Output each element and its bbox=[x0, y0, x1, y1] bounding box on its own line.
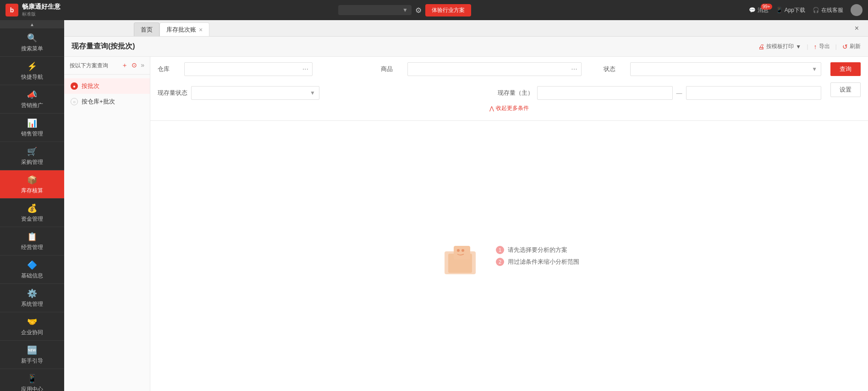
management-icon: 📋 bbox=[27, 232, 37, 242]
panel-layout: 按以下方案查询 ＋ ⊙ » ● 按批次 ○ 按仓库+批次 bbox=[64, 57, 868, 391]
settings-button[interactable]: 设置 bbox=[830, 82, 861, 97]
panel-close-button[interactable]: × bbox=[855, 24, 859, 33]
scheme-warehouse-batch-label: 按仓库+批次 bbox=[82, 98, 115, 106]
brand-info: 畅康通好生意 标准版 bbox=[22, 3, 60, 17]
status-dropdown-icon: ▼ bbox=[812, 66, 817, 72]
add-scheme-icon[interactable]: ＋ bbox=[121, 61, 128, 70]
svg-point-4 bbox=[461, 249, 464, 252]
goods-dots-icon[interactable]: ··· bbox=[571, 65, 577, 73]
search-nav-icon: 🔍 bbox=[27, 33, 37, 43]
scheme-dot-inactive: ○ bbox=[71, 98, 78, 105]
sidebar-item-finance[interactable]: 💰 资金管理 bbox=[0, 199, 64, 227]
goods-label: 商品 bbox=[381, 65, 404, 73]
print-button[interactable]: 🖨 按模板打印 ▼ bbox=[758, 43, 801, 50]
headset-icon: 🎧 bbox=[813, 7, 819, 13]
sidebar-item-shortcut[interactable]: ⚡ 快捷导航 bbox=[0, 57, 64, 85]
tab-inventory-batch[interactable]: 库存批次账 × bbox=[159, 22, 209, 36]
finance-icon: 💰 bbox=[27, 203, 37, 213]
sidebar-item-newguide[interactable]: 🆕 新手引导 bbox=[0, 341, 64, 369]
search-input[interactable] bbox=[338, 5, 412, 15]
page-title: 现存量查询(按批次) bbox=[71, 42, 135, 51]
refresh-icon: ↺ bbox=[842, 43, 848, 50]
sidebar-item-basic[interactable]: 🔷 基础信息 bbox=[0, 255, 64, 284]
sales-icon: 📊 bbox=[27, 118, 37, 128]
sidebar-item-inventory[interactable]: 📦 库存核算 bbox=[0, 170, 64, 199]
refresh-label: 刷新 bbox=[850, 43, 861, 50]
right-panel: 仓库 ··· 商品 bbox=[150, 57, 868, 391]
shortcut-icon: ⚡ bbox=[27, 61, 37, 71]
inventory-qty-to[interactable] bbox=[686, 86, 822, 100]
inventory-status-select[interactable]: ▼ bbox=[191, 86, 319, 100]
print-icon: 🖨 bbox=[758, 43, 764, 50]
scheme-item-warehouse-batch[interactable]: ○ 按仓库+批次 bbox=[64, 94, 150, 109]
sidebar-item-marketing[interactable]: 📣 营销推广 bbox=[0, 85, 64, 114]
app-download-label: App下载 bbox=[785, 6, 805, 14]
left-panel: 按以下方案查询 ＋ ⊙ » ● 按批次 ○ 按仓库+批次 bbox=[64, 57, 150, 391]
query-button[interactable]: 查询 bbox=[830, 62, 861, 76]
warehouse-field: 仓库 ··· bbox=[158, 62, 375, 76]
warehouse-input[interactable]: ··· bbox=[184, 62, 313, 76]
export-button[interactable]: ↑ 导出 bbox=[814, 43, 830, 50]
topbar: b 畅康通好生意 标准版 ▼ ⚙ 体验行业方案 💬 消息 99+ 📱 App下载… bbox=[0, 0, 868, 20]
tip-num-1: 1 bbox=[496, 246, 504, 254]
online-service-item[interactable]: 🎧 在线客服 bbox=[813, 6, 843, 14]
tip-text-1: 请先选择要分析的方案 bbox=[508, 246, 567, 254]
inventory-status-dropdown-icon: ▼ bbox=[310, 90, 315, 96]
brand-sub: 标准版 bbox=[22, 11, 60, 17]
newguide-icon: 🆕 bbox=[27, 345, 37, 355]
export-label: 导出 bbox=[819, 43, 830, 50]
inventory-status-label: 现存量状态 bbox=[158, 89, 187, 97]
refresh-button[interactable]: ↺ 刷新 bbox=[842, 43, 861, 50]
print-label: 按模板打印 bbox=[766, 43, 794, 50]
tab-inventory-batch-label: 库存批次账 bbox=[166, 26, 196, 34]
export-icon: ↑ bbox=[814, 43, 817, 50]
collapse-filter[interactable]: ⋀ 收起更多条件 bbox=[158, 102, 861, 115]
trial-button[interactable]: 体验行业方案 bbox=[425, 4, 471, 16]
collapse-panel-icon[interactable]: » bbox=[141, 61, 144, 70]
sidebar: ▲ 🔍 搜索菜单 ⚡ 快捷导航 📣 营销推广 📊 销售管理 🛒 采购管理 📦 库… bbox=[0, 20, 64, 391]
tabbar: 首页 库存批次账 × × bbox=[64, 20, 868, 37]
empty-state-content: 1 请先选择要分析的方案 2 用过滤条件来缩小分析范围 bbox=[439, 233, 579, 279]
filter-row-1: 仓库 ··· 商品 bbox=[158, 62, 821, 76]
print-dropdown-icon[interactable]: ▼ bbox=[796, 43, 801, 50]
topbar-center: ▼ ⚙ 体验行业方案 bbox=[338, 4, 471, 16]
empty-illustration bbox=[439, 233, 485, 279]
apps-icon: 📱 bbox=[27, 374, 37, 384]
avatar[interactable] bbox=[851, 4, 863, 16]
empty-tip-1: 1 请先选择要分析的方案 bbox=[496, 246, 579, 254]
brand-name: 畅康通好生意 bbox=[22, 3, 60, 11]
tab-home[interactable]: 首页 bbox=[134, 22, 159, 36]
sidebar-item-apps[interactable]: 📱 应用中心 bbox=[0, 369, 64, 391]
messages-item[interactable]: 💬 消息 99+ bbox=[749, 6, 769, 14]
warehouse-dots-icon[interactable]: ··· bbox=[302, 65, 308, 73]
app-download-item[interactable]: 📱 App下载 bbox=[776, 6, 805, 14]
messages-badge: 99+ bbox=[761, 4, 772, 10]
inventory-icon: 📦 bbox=[27, 175, 37, 185]
goods-input[interactable]: ··· bbox=[407, 62, 582, 76]
tab-home-label: 首页 bbox=[141, 26, 153, 34]
sidebar-item-system[interactable]: ⚙️ 系统管理 bbox=[0, 284, 64, 312]
left-panel-header: 按以下方案查询 ＋ ⊙ » bbox=[64, 57, 150, 75]
sidebar-item-search[interactable]: 🔍 搜索菜单 bbox=[0, 28, 64, 57]
settings-icon[interactable]: ⚙ bbox=[415, 6, 422, 15]
tab-close-icon[interactable]: × bbox=[199, 26, 203, 33]
sidebar-item-management[interactable]: 📋 经营管理 bbox=[0, 227, 64, 255]
empty-tip-2: 2 用过滤条件来缩小分析范围 bbox=[496, 258, 579, 266]
empty-state: 1 请先选择要分析的方案 2 用过滤条件来缩小分析范围 bbox=[150, 121, 868, 391]
empty-tips: 1 请先选择要分析的方案 2 用过滤条件来缩小分析范围 bbox=[496, 246, 579, 266]
status-label: 状态 bbox=[604, 65, 626, 73]
inventory-qty-label: 现存量（主） bbox=[498, 89, 533, 97]
sidebar-item-enterprise[interactable]: 🤝 企业协同 bbox=[0, 312, 64, 341]
collapse-filter-label: 收起更多条件 bbox=[496, 104, 529, 112]
inventory-qty-from[interactable] bbox=[537, 86, 673, 100]
svg-rect-2 bbox=[454, 246, 470, 260]
sidebar-item-sales[interactable]: 📊 销售管理 bbox=[0, 114, 64, 142]
status-select[interactable]: ▼ bbox=[630, 62, 821, 76]
sidebar-item-purchase[interactable]: 🛒 采购管理 bbox=[0, 142, 64, 170]
scheme-batch-label: 按批次 bbox=[82, 82, 99, 90]
scheme-item-batch[interactable]: ● 按批次 bbox=[64, 78, 150, 94]
sidebar-scroll-up[interactable]: ▲ bbox=[0, 20, 64, 28]
scheme-list: ● 按批次 ○ 按仓库+批次 bbox=[64, 75, 150, 113]
scheme-settings-icon[interactable]: ⊙ bbox=[132, 61, 137, 70]
inventory-qty-field: 现存量（主） — bbox=[498, 86, 821, 100]
